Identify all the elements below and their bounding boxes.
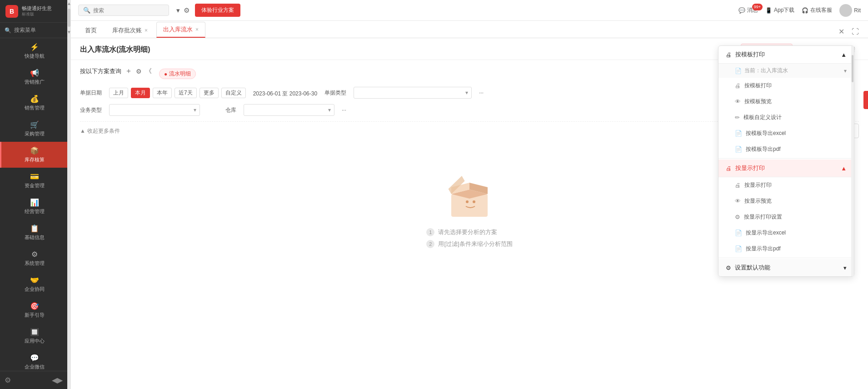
warehouse-select-wrapper (244, 104, 334, 116)
topbar-search-box[interactable]: 🔍 (78, 5, 169, 16)
date-btn-custom[interactable]: 自定义 (221, 88, 246, 98)
dropdown-divider-1 (718, 158, 854, 159)
quick-nav-icon: ⚡ (30, 43, 39, 51)
logo-version: 标准版 (22, 11, 52, 17)
tab-flow-close[interactable]: × (195, 26, 199, 33)
sidebar-scroll-track[interactable]: ▲ ▼ (67, 0, 71, 389)
chevron-up-icon: ▲ (80, 128, 85, 134)
dropdown-template-customize-item[interactable]: ✏ 模板自定义设计 (718, 110, 854, 125)
tab-fullscreen-icon[interactable]: ⛶ (850, 26, 861, 38)
dropdown-template-print-item[interactable]: 🖨 按模板打印 (718, 78, 854, 94)
sidebar-item-guide[interactable]: 🎯 新手引导 (0, 297, 67, 323)
display-pdf-icon: 📄 (735, 245, 742, 252)
sidebar-item-purchase[interactable]: 🛒 采购管理 (0, 116, 67, 142)
dropdown-display-export-excel-item[interactable]: 📄 按显示导出excel (718, 225, 854, 241)
topbar-dropdown-icon[interactable]: ▾ (176, 6, 180, 15)
filter-add-btn[interactable]: ＋ (125, 66, 132, 76)
sidebar-item-quick-nav[interactable]: ⚡ 快捷导航 (0, 38, 67, 64)
dropdown-display-print-settings-item[interactable]: ⚙ 按显示打印设置 (718, 209, 854, 225)
warehouse-select[interactable] (244, 104, 334, 116)
inventory-icon: 📦 (30, 146, 39, 155)
step-2-label: 用[过滤]条件来缩小分析范围 (438, 238, 512, 250)
filter-settings-btn[interactable]: ⚙ (136, 68, 142, 75)
purchase-icon: 🛒 (30, 120, 39, 129)
tab-batch[interactable]: 库存批次账 × (105, 23, 155, 38)
page-title: 出入库流水(流水明细) (80, 45, 150, 55)
step-2: 2 用[过滤]条件来缩小分析范围 (426, 238, 512, 250)
print-dropdown-panel: 🖨 按模板打印 ▲ 📄 当前：出入库流水 ▾ 🖨 按模板打印 👁 按模板预览 ✏… (718, 45, 854, 277)
doc-type-select[interactable] (354, 87, 472, 99)
sidebar-item-label: 资金管理 (25, 182, 45, 189)
business-type-label: 业务类型 (80, 106, 102, 114)
topbar: 🔍 ▾ ⚙ 体验行业方案 💬 消息 99+ 📱 App下载 🎧 在线客服 (71, 0, 868, 21)
current-template-icon: 📄 (735, 68, 742, 74)
empty-svg (442, 174, 497, 219)
display-print-section-header[interactable]: 🖨 按显示打印 ▲ (718, 160, 854, 177)
settings-bottom-icon[interactable]: ⚙ (5, 376, 11, 384)
sidebar-item-operations[interactable]: 📊 经营管理 (0, 194, 67, 219)
topbar-search-input[interactable] (93, 7, 157, 14)
filter-title-label: 按以下方案查询 (80, 67, 121, 75)
user-item[interactable]: Rit (839, 4, 861, 17)
excel-item-icon: 📄 (735, 130, 742, 137)
tab-batch-close[interactable]: × (145, 27, 148, 34)
tab-close-all-icon[interactable]: ✕ (837, 25, 846, 38)
message-item[interactable]: 💬 消息 99+ (738, 6, 758, 14)
sidebar-item-cooperation[interactable]: 🤝 企业协同 (0, 271, 67, 297)
date-btn-current-year[interactable]: 本年 (153, 88, 172, 98)
set-default-icon: ⚙ (726, 264, 731, 271)
warehouse-more-btn[interactable]: ··· (342, 107, 346, 113)
dropdown-display-preview-item[interactable]: 👁 按显示预览 (718, 193, 854, 209)
business-type-select-wrapper (109, 104, 200, 116)
topbar-settings-icon[interactable]: ⚙ (184, 6, 190, 15)
sidebar-item-inventory[interactable]: 📦 库存核算 (0, 142, 67, 168)
collapse-filter-btn[interactable]: ▲ 收起更多条件 (80, 124, 120, 138)
date-btn-prev-month[interactable]: 上月 (109, 88, 128, 98)
cooperation-icon: 🤝 (30, 276, 39, 284)
svg-point-6 (473, 200, 475, 203)
set-default-section-header[interactable]: ⚙ 设置默认功能 ▾ (718, 259, 854, 276)
sidebar-search[interactable]: 🔍 搜索菜单 (0, 23, 67, 38)
sidebar-item-app-center[interactable]: 🔲 应用中心 (0, 323, 67, 349)
tab-flow[interactable]: 出入库流水 × (156, 22, 205, 38)
template-customize-item-label: 模板自定义设计 (743, 114, 782, 121)
sidebar-item-finance[interactable]: 💳 资金管理 (0, 168, 67, 194)
filter-tag-icon: ● (164, 71, 167, 77)
app-download-item[interactable]: 📱 App下载 (765, 6, 794, 14)
doc-type-more-btn[interactable]: ··· (479, 90, 484, 96)
sidebar-item-sales[interactable]: 💰 销售管理 (0, 90, 67, 116)
sidebar-item-label: 采购管理 (25, 130, 45, 137)
search-menu-button[interactable]: 🔍 搜索菜单 (5, 26, 63, 34)
scroll-thumb (68, 9, 70, 27)
doc-type-label: 单据类型 (324, 89, 346, 97)
dropdown-template-preview-item[interactable]: 👁 按模板预览 (718, 94, 854, 110)
tab-home[interactable]: 首页 (78, 23, 104, 38)
dropdown-template-export-pdf-item[interactable]: 📄 按模板导出pdf (718, 141, 854, 157)
right-edge-collapse-bar[interactable] (863, 91, 868, 109)
sidebar-item-marketing[interactable]: 📢 营销推广 (0, 64, 67, 90)
display-print-section-icon: 🖨 (726, 165, 732, 172)
tabbar: 首页 库存批次账 × 出入库流水 × ✕ ⛶ (71, 21, 868, 38)
collapse-sidebar-icon[interactable]: ◀▶ (52, 376, 63, 384)
display-print-item-icon: 🖨 (735, 182, 741, 189)
sidebar-item-system[interactable]: ⚙ 系统管理 (0, 245, 67, 271)
current-template-chevron[interactable]: ▾ (844, 68, 847, 74)
dropdown-template-export-excel-item[interactable]: 📄 按模板导出excel (718, 125, 854, 141)
empty-illustration (442, 174, 497, 219)
sidebar-item-label: 经营管理 (25, 208, 45, 215)
display-print-section: 🖨 按显示打印 ▲ 🖨 按显示打印 👁 按显示预览 ⚙ 按显示打印设置 📄 按显… (718, 160, 854, 257)
business-type-select[interactable] (109, 104, 200, 116)
svg-point-5 (466, 200, 469, 203)
online-service-item[interactable]: 🎧 在线客服 (802, 6, 832, 14)
date-btn-current-month[interactable]: 本月 (131, 88, 150, 98)
dropdown-display-print-item[interactable]: 🖨 按显示打印 (718, 177, 854, 193)
sidebar-item-basics[interactable]: 📋 基础信息 (0, 219, 67, 245)
dropdown-display-export-pdf-item[interactable]: 📄 按显示导出pdf (718, 241, 854, 257)
date-btn-7days[interactable]: 近7天 (175, 88, 197, 98)
dropdown-divider-2 (718, 258, 854, 258)
sidebar-item-wechat[interactable]: 💬 企业微信 (0, 349, 67, 371)
template-print-section-header[interactable]: 🖨 按模板打印 ▲ (718, 46, 854, 64)
date-btn-more[interactable]: 更多 (200, 88, 219, 98)
industry-btn[interactable]: 体验行业方案 (195, 4, 240, 17)
filter-collapse-left-btn[interactable]: 《 (145, 67, 152, 75)
